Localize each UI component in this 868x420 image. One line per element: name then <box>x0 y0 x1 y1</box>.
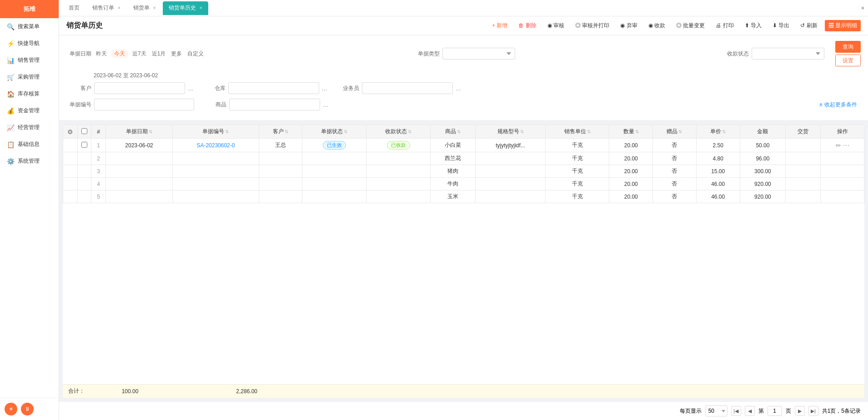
th-customer[interactable]: 客户⇅ <box>259 125 302 139</box>
collapse-btn[interactable]: ∧ 收起更多条件 <box>815 100 861 110</box>
doc-status-cell <box>302 190 366 203</box>
sidebar-item-sys-mgmt[interactable]: ⚙️ 系统管理 <box>0 153 59 170</box>
sidebar-item-quick-nav[interactable]: ⚡ 快捷导航 <box>0 35 59 52</box>
page-input[interactable] <box>768 406 782 416</box>
goods-input[interactable] <box>229 99 320 110</box>
filter-docno-item: 单据编号 <box>66 99 194 110</box>
th-price[interactable]: 单价⇅ <box>696 125 740 139</box>
sidebar-item-inventory[interactable]: 🏠 库存核算 <box>0 85 59 102</box>
filter-settings-button[interactable]: 设置 <box>835 55 861 66</box>
refresh-button[interactable]: ↺ 刷新 <box>797 20 821 31</box>
table-row: 1 2023-06-02 SA-20230602-0 王总 已生效 已收款 小白… <box>63 139 864 152</box>
sidebar-item-basic-info[interactable]: 📋 基础信息 <box>0 136 59 153</box>
date-custom-btn[interactable]: 自定义 <box>186 50 206 58</box>
audit-print-button[interactable]: ◎ 审核并打印 <box>572 20 613 31</box>
prev-page-btn[interactable]: ◀ <box>745 406 755 416</box>
collect-button[interactable]: ◉ 收款 <box>645 20 669 31</box>
amount-cell: 920.00 <box>740 190 786 203</box>
date-1month-btn[interactable]: 近1月 <box>150 50 168 58</box>
date-7days-btn[interactable]: 近7天 <box>130 50 148 58</box>
th-qty[interactable]: 数量⇅ <box>609 125 653 139</box>
price-cell: 46.00 <box>696 178 740 190</box>
select-all-checkbox[interactable] <box>81 128 87 134</box>
th-unit[interactable]: 销售单位⇅ <box>545 125 609 139</box>
close-all-button[interactable]: × <box>861 5 864 11</box>
filter-area: 单据日期 昨天 今天 近7天 近1月 更多 自定义 单据类型 <box>59 35 868 121</box>
sidebar-sun-button[interactable]: ☀ <box>5 403 17 415</box>
sort-pay-status-icon[interactable]: ⇅ <box>408 129 411 134</box>
goods-cell: 西兰花 <box>430 152 475 165</box>
next-page-btn[interactable]: ▶ <box>795 406 805 416</box>
docno-input[interactable] <box>94 99 194 110</box>
sort-gift-icon[interactable]: ⇅ <box>678 129 682 134</box>
last-page-btn[interactable]: ▶| <box>808 406 818 416</box>
per-page-select[interactable]: 50 20 100 200 <box>705 405 728 416</box>
table-scroll[interactable]: ⚙ # 单据日期⇅ 单据编号⇅ <box>63 125 864 384</box>
th-docno[interactable]: 单据编号⇅ <box>173 125 259 139</box>
th-pay-status[interactable]: 收款状态⇅ <box>366 125 431 139</box>
th-gift[interactable]: 赠品⇅ <box>653 125 697 139</box>
customer-input[interactable] <box>94 82 185 94</box>
doc-status-cell <box>302 178 366 190</box>
date-today-btn[interactable]: 今天 <box>110 50 129 58</box>
sort-doc-status-icon[interactable]: ⇅ <box>344 129 347 134</box>
edit-op-btn[interactable]: ✏ <box>836 142 841 149</box>
sidebar-item-search-menu[interactable]: 🔍 搜索菜单 <box>0 18 59 35</box>
sort-goods-icon[interactable]: ⇅ <box>457 129 461 134</box>
tab-sales-order-close[interactable]: × <box>118 5 120 10</box>
show-detail-button[interactable]: ☰ 显示明细 <box>825 20 861 31</box>
th-date[interactable]: 单据日期⇅ <box>106 125 173 139</box>
print-button[interactable]: 🖨 打印 <box>712 20 737 31</box>
goods-dots-btn[interactable]: ... <box>323 101 328 108</box>
query-button[interactable]: 查询 <box>835 41 861 53</box>
doc-no-link[interactable]: SA-20230602-0 <box>196 142 235 149</box>
th-doc-status[interactable]: 单据状态⇅ <box>302 125 366 139</box>
ops-mgmt-icon: 📈 <box>7 124 14 131</box>
sort-qty-icon[interactable]: ⇅ <box>635 129 639 134</box>
warehouse-dots-btn[interactable]: ... <box>322 85 327 92</box>
sidebar-item-sales-mgmt[interactable]: 📊 销售管理 <box>0 52 59 69</box>
tab-sales-history[interactable]: 销货单历史 × <box>163 1 208 15</box>
batch-change-button[interactable]: ◎ 批量变更 <box>672 20 708 31</box>
pay-status-cell: 已收款 <box>366 139 431 152</box>
abandon-button[interactable]: ◉ 弃审 <box>617 20 641 31</box>
tab-sales-order[interactable]: 销售订单 × <box>86 1 126 15</box>
salesperson-label: 业务员 <box>334 85 359 92</box>
salesperson-dots-btn[interactable]: ... <box>456 85 461 92</box>
tab-sales-delivery-close[interactable]: × <box>153 5 156 10</box>
new-button[interactable]: + 新增 <box>488 20 511 31</box>
warehouse-input[interactable] <box>228 82 319 94</box>
doc-type-select[interactable] <box>442 48 515 60</box>
audit-button[interactable]: ◉ 审核 <box>544 20 568 31</box>
sidebar-item-finance-mgmt[interactable]: 💰 资金管理 <box>0 102 59 119</box>
sidebar-item-ops-mgmt[interactable]: 📈 经营管理 <box>0 119 59 136</box>
sort-spec-icon[interactable]: ⇅ <box>520 129 524 134</box>
first-page-btn[interactable]: |◀ <box>731 406 741 416</box>
sidebar-item-purchase-mgmt[interactable]: 🛒 采购管理 <box>0 69 59 85</box>
sort-docno-icon[interactable]: ⇅ <box>225 129 229 134</box>
tab-sales-delivery[interactable]: 销货单 × <box>127 1 162 15</box>
date-yesterday-btn[interactable]: 昨天 <box>94 50 109 58</box>
sort-customer-icon[interactable]: ⇅ <box>285 129 288 134</box>
export-button[interactable]: ⬇ 导出 <box>769 20 793 31</box>
import-button[interactable]: ⬆ 导入 <box>741 20 765 31</box>
sort-unit-icon[interactable]: ⇅ <box>587 129 591 134</box>
gift-cell: 否 <box>653 152 697 165</box>
th-spec[interactable]: 规格型号⇅ <box>476 125 545 139</box>
checkbox-cell <box>78 190 91 203</box>
date-more-btn[interactable]: 更多 <box>169 50 184 58</box>
more-op-btn[interactable]: ⋯ <box>843 142 849 149</box>
row-checkbox[interactable] <box>81 142 87 148</box>
sidebar-pause-button[interactable]: ⏸ <box>21 403 34 415</box>
collect-status-select[interactable] <box>752 48 824 60</box>
tab-home[interactable]: 首页 <box>63 1 85 15</box>
sort-date-icon[interactable]: ⇅ <box>149 129 152 134</box>
tab-sales-history-close[interactable]: × <box>200 5 202 10</box>
delete-button[interactable]: 🗑 删除 <box>515 20 540 31</box>
th-gear[interactable]: ⚙ <box>63 125 78 139</box>
sort-price-icon[interactable]: ⇅ <box>722 129 726 134</box>
salesperson-input[interactable] <box>362 82 453 94</box>
date-label: 单据日期 <box>66 50 91 58</box>
th-goods[interactable]: 商品⇅ <box>430 125 475 139</box>
customer-dots-btn[interactable]: ... <box>188 85 193 92</box>
